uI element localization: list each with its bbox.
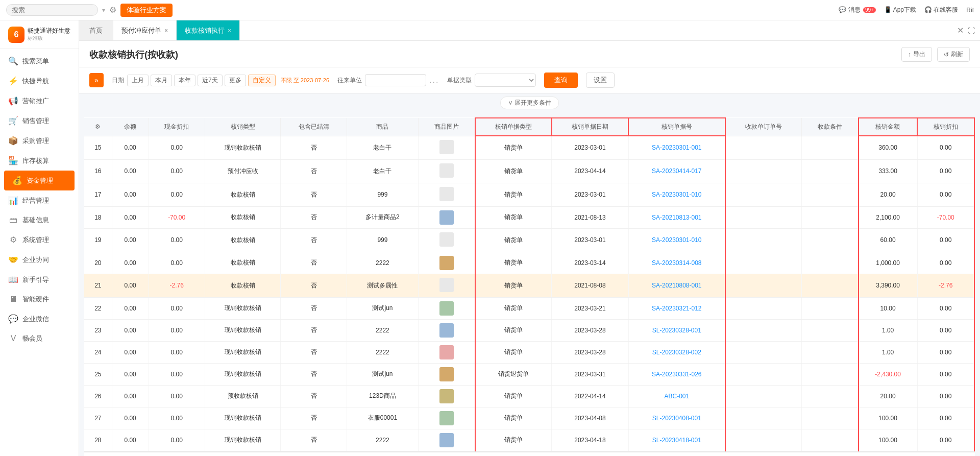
cell-discount: -70.00: [917, 206, 974, 228]
sidebar-label-4: 采购管理: [22, 136, 49, 146]
date-btn-more[interactable]: 更多: [225, 75, 246, 86]
doc-no-link[interactable]: SL-20230408-001: [652, 415, 701, 422]
online-service-label: 在线客服: [934, 6, 958, 13]
cell-doc-type: 销货单: [475, 252, 552, 274]
sidebar-label-14: 畅会员: [22, 334, 42, 343]
message-area[interactable]: 💬 消息 99+: [839, 6, 876, 14]
cell-doc-date: 2023-03-01: [552, 183, 628, 206]
sidebar-item-6[interactable]: 💰资金管理: [4, 171, 75, 190]
date-range-display: 不限 至 2023-07-26: [281, 77, 329, 84]
sidebar-item-3[interactable]: 🛒销售管理: [0, 111, 79, 131]
page-actions: ↑ 导出 ↺ 刷新: [901, 47, 970, 62]
doc-no-link[interactable]: SA-20210808-001: [652, 282, 701, 289]
sidebar-item-9[interactable]: ⚙系统管理: [0, 230, 79, 250]
table-footer: 40,556,66... 952.24: [84, 451, 975, 457]
cell-payment-terms: [802, 385, 859, 407]
sidebar-item-5[interactable]: 🏪库存核算: [0, 151, 79, 171]
table-body: 15 0.00 0.00 现销收款核销 否 老白干 销货单 2023-03-01…: [84, 136, 974, 451]
page-content: 收款核销执行(按收款) ↑ 导出 ↺ 刷新 »: [79, 41, 980, 456]
cell-cash-discount: 0.00: [149, 429, 205, 451]
expand-more-button[interactable]: ∨ 展开更多条件: [500, 97, 559, 109]
logo-sub: 标准版: [28, 35, 70, 42]
table-header: ⚙ 余额 现金折扣 核销类型 包含已结清 商品 商品图片 核销单据类型 核销单据…: [84, 118, 974, 136]
doc-no-link[interactable]: SA-20210813-001: [652, 214, 701, 221]
sidebar-item-13[interactable]: 💬企业微信: [0, 309, 79, 329]
doc-no-link[interactable]: SA-20230321-012: [652, 305, 701, 312]
cell-order-no: [725, 252, 801, 274]
sidebar-item-4[interactable]: 📦采购管理: [0, 131, 79, 151]
cell-doc-no: SL-20230328-001: [628, 319, 725, 341]
doc-no-link[interactable]: SA-20230314-008: [652, 259, 701, 267]
doc-no-link[interactable]: SA-20230414-017: [652, 167, 701, 175]
date-btn-this-year[interactable]: 本年: [174, 75, 195, 86]
sidebar-label-5: 库存核算: [22, 156, 49, 165]
sidebar-item-8[interactable]: 🗃基础信息: [0, 210, 79, 230]
tab-writeoff-close[interactable]: ×: [228, 27, 231, 34]
top-search-input[interactable]: [6, 4, 98, 16]
settings-icon[interactable]: ⚙: [109, 5, 116, 15]
doc-no-link[interactable]: SA-20230301-010: [652, 236, 701, 244]
doc-no-link[interactable]: SA-20230301-001: [652, 144, 701, 151]
doc-no-link[interactable]: ABC-001: [664, 393, 689, 400]
tab-prepay[interactable]: 预付冲应付单 ×: [113, 20, 177, 40]
sidebar-icon-11: 📖: [8, 275, 18, 284]
query-button[interactable]: 查询: [544, 73, 578, 88]
date-label: 日期: [112, 76, 124, 85]
cell-cash-discount: -2.76: [149, 274, 205, 297]
cell-product: 123D商品: [347, 385, 418, 407]
app-download-link[interactable]: 📱 App下载: [884, 6, 916, 14]
export-button[interactable]: ↑ 导出: [901, 47, 932, 62]
sidebar-item-14[interactable]: V畅会员: [0, 329, 79, 348]
cell-doc-date: 2023-04-08: [552, 407, 628, 429]
cell-balance: 0.00: [112, 407, 149, 429]
refresh-button[interactable]: ↺ 刷新: [937, 47, 970, 62]
user-name[interactable]: Rit: [966, 7, 974, 14]
date-btn-this-month[interactable]: 本月: [151, 75, 172, 86]
doc-type-select[interactable]: [475, 74, 536, 87]
cell-doc-date: 2021-08-08: [552, 274, 628, 297]
cell-product-image: [419, 228, 475, 252]
cell-product-image: [419, 297, 475, 319]
cell-product: 测试jun: [347, 363, 418, 385]
date-btn-custom[interactable]: 自定义: [248, 75, 276, 86]
settings-button[interactable]: 设置: [586, 73, 615, 88]
close-window-icon[interactable]: ✕: [957, 26, 964, 35]
cell-discount: 0.00: [917, 407, 974, 429]
sidebar-item-2[interactable]: 📢营销推广: [0, 91, 79, 111]
doc-no-link[interactable]: SL-20230418-001: [652, 437, 701, 444]
sidebar-item-1[interactable]: ⚡快捷导航: [0, 71, 79, 91]
doc-no-link[interactable]: SL-20230328-002: [652, 349, 701, 356]
sidebar-label-8: 基础信息: [22, 215, 49, 225]
cell-product-image: [419, 363, 475, 385]
date-btn-last-month[interactable]: 上月: [127, 75, 149, 86]
cell-payment-terms: [802, 159, 859, 183]
date-btn-7days[interactable]: 近7天: [198, 75, 223, 86]
tab-home[interactable]: 首页: [79, 20, 113, 40]
cell-balance: 0.00: [112, 429, 149, 451]
doc-no-link[interactable]: SA-20230301-010: [652, 191, 701, 198]
cell-discount: 0.00: [917, 363, 974, 385]
sidebar-icon-2: 📢: [8, 96, 18, 106]
sidebar-item-11[interactable]: 📖新手引导: [0, 270, 79, 290]
filter-expand-button[interactable]: »: [89, 73, 104, 87]
sidebar-item-10[interactable]: 🤝企业协同: [0, 250, 79, 270]
sidebar-item-7[interactable]: 📊经营管理: [0, 190, 79, 210]
cell-doc-type: 销货单: [475, 206, 552, 228]
sidebar-item-0[interactable]: 🔍搜索菜单: [0, 51, 79, 71]
refresh-label: 刷新: [951, 50, 963, 59]
sidebar-item-12[interactable]: 🖥智能硬件: [0, 290, 79, 309]
from-unit-input[interactable]: [365, 74, 426, 86]
industry-btn[interactable]: 体验行业方案: [120, 4, 173, 17]
cell-amount: 1,000.00: [859, 252, 917, 274]
cell-cash-discount: 0.00: [149, 363, 205, 385]
cell-order-no: [725, 183, 801, 206]
logo-text-area: 畅捷通谱好生意 标准版: [28, 27, 70, 42]
online-service-link[interactable]: 🎧 在线客服: [924, 6, 958, 14]
maximize-icon[interactable]: ⛶: [968, 27, 975, 35]
doc-no-link[interactable]: SL-20230328-001: [652, 327, 701, 334]
cell-product-image: [419, 319, 475, 341]
tab-writeoff[interactable]: 收款核销执行 ×: [177, 20, 240, 40]
cell-id: 27: [84, 407, 112, 429]
tab-prepay-close[interactable]: ×: [164, 27, 168, 34]
doc-no-link[interactable]: SA-20230331-026: [652, 371, 701, 378]
